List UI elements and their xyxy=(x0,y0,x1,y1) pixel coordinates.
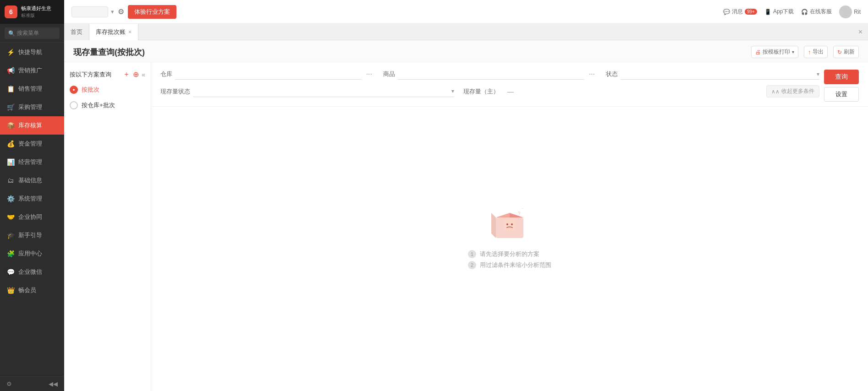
query-button[interactable]: 查询 xyxy=(824,70,859,84)
scheme-title: 按以下方案查询 xyxy=(70,71,111,79)
inventory-icon: 📦 xyxy=(6,121,15,130)
print-icon: 🖨 xyxy=(755,49,761,55)
status-select[interactable] xyxy=(621,69,817,79)
inventory-qty-dash: — xyxy=(502,88,519,95)
scheme-by-warehouse-batch[interactable]: 按仓库+批次 xyxy=(64,98,151,113)
settings-button[interactable]: 设置 xyxy=(824,87,859,102)
operations-icon: 📊 xyxy=(6,158,15,166)
topbar-gear-icon[interactable]: ⚙ xyxy=(118,7,124,16)
sidebar-item-sales[interactable]: 📋 销售管理 xyxy=(0,80,64,98)
sidebar-item-newbie[interactable]: 🎓 新手引导 xyxy=(0,226,64,244)
enterprise-wechat-icon: 💬 xyxy=(6,268,15,276)
svg-text:~: ~ xyxy=(521,206,523,211)
warehouse-input[interactable] xyxy=(175,69,362,80)
inventory-status-select-wrap: ▾ xyxy=(193,86,454,97)
scheme-by-batch[interactable]: ● 按批次 xyxy=(64,82,151,98)
newbie-icon: 🎓 xyxy=(6,231,15,239)
sidebar-item-quick-nav[interactable]: ⚡ 快捷导航 xyxy=(0,43,64,61)
sidebar-item-operations[interactable]: 📊 经营管理 xyxy=(0,153,64,171)
inventory-status-field: 现存量状态 ▾ xyxy=(160,86,454,97)
svg-text:?: ? xyxy=(518,211,521,216)
filter-area: 仓库 ··· 商品 ··· 状态 xyxy=(151,62,868,107)
topbar-left: ▾ ⚙ 体验行业方案 xyxy=(71,5,719,19)
search-menu-input[interactable]: 🔍 搜索菜单 xyxy=(5,27,60,39)
scheme-by-warehouse-batch-label: 按仓库+批次 xyxy=(82,101,115,109)
warehouse-more-icon[interactable]: ··· xyxy=(364,70,374,78)
topbar-chevron-icon[interactable]: ▾ xyxy=(111,8,114,15)
scheme-by-batch-label: 按批次 xyxy=(82,86,99,94)
sidebar-item-app-center[interactable]: 🧩 应用中心 xyxy=(0,244,64,263)
warehouse-label: 仓库 xyxy=(160,70,172,78)
app-center-icon: 🧩 xyxy=(6,250,15,258)
search-label: 搜索菜单 xyxy=(17,29,39,37)
sidebar-footer: ⚙ ◀◀ xyxy=(0,376,64,391)
print-chevron-icon: ▾ xyxy=(792,49,794,54)
quick-nav-icon: ⚡ xyxy=(6,48,15,56)
collapse-panel-icon[interactable]: « xyxy=(142,71,145,78)
page-header: 现存量查询(按批次) 🖨 按模板打印 ▾ ↑ 导出 ↻ 刷新 xyxy=(64,40,868,62)
trial-button[interactable]: 体验行业方案 xyxy=(128,5,176,19)
topbar-search-input[interactable] xyxy=(71,6,108,17)
hint-text-1: 请先选择要分析的方案 xyxy=(480,250,539,258)
sidebar-search-area[interactable]: 🔍 搜索菜单 xyxy=(0,24,64,43)
filter-and-buttons: 仓库 ··· 商品 ··· 状态 xyxy=(160,69,859,102)
tab-close-icon[interactable]: × xyxy=(128,29,132,35)
status-label: 状态 xyxy=(606,70,618,78)
sidebar-item-finance[interactable]: 💰 资金管理 xyxy=(0,135,64,153)
svg-point-5 xyxy=(506,223,508,225)
phone-icon: 📱 xyxy=(764,9,771,15)
status-field: 状态 ▾ xyxy=(606,69,819,80)
sidebar-item-marketing[interactable]: 📢 营销推广 xyxy=(0,61,64,80)
tab-inventory-batch[interactable]: 库存批次账 × xyxy=(89,24,138,40)
product-input[interactable] xyxy=(398,69,584,80)
message-action[interactable]: 💬 消息 99+ xyxy=(723,8,757,16)
scheme-inactive-dot xyxy=(70,101,78,109)
tab-home[interactable]: 首页 xyxy=(64,24,89,40)
sidebar-item-purchase[interactable]: 🛒 采购管理 xyxy=(0,98,64,116)
collapse-sidebar-icon[interactable]: ◀◀ xyxy=(49,380,58,387)
hint-num-2: 2 xyxy=(468,261,476,269)
sidebar-nav: ⚡ 快捷导航 📢 营销推广 📋 销售管理 🛒 采购管理 📦 库存核算 💰 资金管… xyxy=(0,43,64,376)
sidebar-item-enterprise-wechat[interactable]: 💬 企业微信 xyxy=(0,263,64,281)
topbar-input-area: ▾ xyxy=(71,6,114,17)
refresh-btn[interactable]: ↻ 刷新 xyxy=(833,46,859,58)
enterprise-icon: 🤝 xyxy=(6,213,15,221)
empty-hint-2: 2 用过滤条件来缩小分析范围 xyxy=(468,261,551,269)
message-label: 消息 xyxy=(732,8,743,16)
user-area[interactable]: Rit xyxy=(839,5,861,18)
product-field: 商品 ··· xyxy=(383,69,597,80)
inventory-status-select[interactable] xyxy=(193,86,451,97)
svg-point-6 xyxy=(511,223,513,225)
product-more-icon[interactable]: ··· xyxy=(587,70,597,78)
topbar-right: 💬 消息 99+ 📱 App下载 🎧 在线客服 Rit xyxy=(723,5,861,18)
svg-marker-3 xyxy=(491,213,496,238)
app-download-action[interactable]: 📱 App下载 xyxy=(764,8,794,16)
settings-scheme-icon[interactable]: ⊕ xyxy=(133,70,139,79)
sidebar-item-label: 基础信息 xyxy=(18,176,42,185)
sidebar-item-enterprise[interactable]: 🤝 企业协同 xyxy=(0,208,64,226)
marketing-icon: 📢 xyxy=(6,66,15,75)
print-label: 按模板打印 xyxy=(763,48,790,56)
settings-icon[interactable]: ⚙ xyxy=(6,380,12,387)
avatar xyxy=(839,5,852,18)
tab-home-label: 首页 xyxy=(71,28,82,36)
sidebar-item-membership[interactable]: 👑 畅会员 xyxy=(0,281,64,299)
sidebar-item-system[interactable]: ⚙️ 系统管理 xyxy=(0,190,64,208)
filter-buttons-col: 查询 设置 xyxy=(824,69,859,102)
sidebar-item-label: 企业协同 xyxy=(18,213,42,221)
sidebar-item-label: 企业微信 xyxy=(18,268,42,276)
message-badge: 99+ xyxy=(745,9,757,15)
export-btn[interactable]: ↑ 导出 xyxy=(804,46,828,58)
left-panel-actions: ＋ ⊕ « xyxy=(123,70,145,79)
status-select-arrow-icon: ▾ xyxy=(817,71,819,77)
tabs-bar-close-icon[interactable]: × xyxy=(853,24,868,40)
headset-icon: 🎧 xyxy=(801,9,808,15)
sidebar-item-basic[interactable]: 🗂 基础信息 xyxy=(0,171,64,190)
empty-hint-1: 1 请先选择要分析的方案 xyxy=(468,250,551,258)
collapse-more-btn[interactable]: ∧∧ 收起更多条件 xyxy=(766,85,819,98)
sidebar-item-inventory[interactable]: 📦 库存核算 xyxy=(0,116,64,135)
online-service-action[interactable]: 🎧 在线客服 xyxy=(801,8,832,16)
print-btn[interactable]: 🖨 按模板打印 ▾ xyxy=(751,46,798,58)
right-panel: 仓库 ··· 商品 ··· 状态 xyxy=(151,62,868,391)
add-scheme-icon[interactable]: ＋ xyxy=(123,70,130,79)
